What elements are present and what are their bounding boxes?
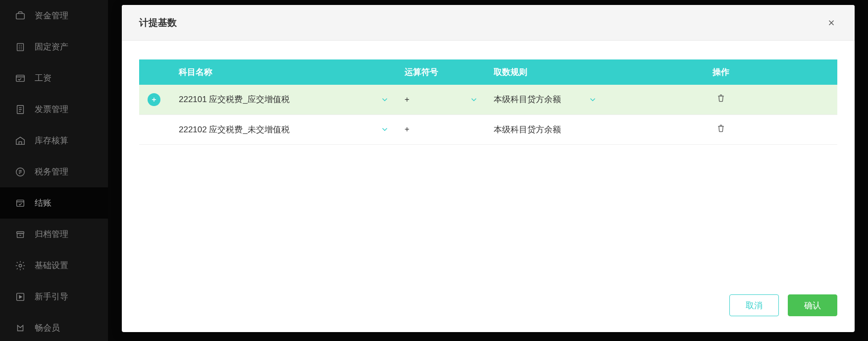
nav-funds-icon xyxy=(15,10,26,21)
nav-tax[interactable]: 税务管理 xyxy=(0,156,108,187)
nav-label: 工资 xyxy=(35,72,51,84)
svg-rect-0 xyxy=(16,13,25,19)
table-row: 222101 应交税费_应交增值税 + xyxy=(139,85,837,114)
svg-rect-5 xyxy=(17,200,24,206)
nav-guide[interactable]: 新手引导 xyxy=(0,281,108,312)
nav-fixed-assets[interactable]: 固定资产 xyxy=(0,31,108,62)
chevron-down-icon xyxy=(379,123,391,135)
nav-label: 基础设置 xyxy=(35,260,68,271)
basis-table: 科目名称 运算符号 取数规则 操作 222101 应交 xyxy=(139,59,837,145)
svg-rect-1 xyxy=(17,43,24,51)
subject-select[interactable]: 222102 应交税费_未交增值税 xyxy=(179,123,391,135)
rule-value: 本级科目贷方余额 xyxy=(494,94,561,105)
nav-salary[interactable]: 工资 xyxy=(0,62,108,94)
salary-icon xyxy=(15,73,26,84)
subject-value: 222102 应交税费_未交增值税 xyxy=(179,124,290,135)
tax-icon xyxy=(15,167,26,177)
table-row: 222102 应交税费_未交增值税 + xyxy=(139,114,837,144)
archive-icon xyxy=(15,229,26,240)
modal-footer: 取消 确认 xyxy=(122,284,855,332)
nav-label: 归档管理 xyxy=(35,228,68,240)
subject-value: 222101 应交税费_应交增值税 xyxy=(179,94,290,105)
nav-label: 库存核算 xyxy=(35,135,68,146)
subject-select[interactable]: 222101 应交税费_应交增值税 xyxy=(179,94,391,106)
rule-value: 本级科目贷方余额 xyxy=(494,124,561,135)
operator-value: + xyxy=(405,95,409,105)
rule-select[interactable]: 本级科目贷方余额 xyxy=(494,123,599,135)
inventory-icon xyxy=(15,135,26,146)
modal-body: 科目名称 运算符号 取数规则 操作 222101 应交 xyxy=(122,41,855,284)
nav-label: 资金管理 xyxy=(35,10,68,21)
confirm-button[interactable]: 确认 xyxy=(788,294,837,316)
operator-select[interactable]: + xyxy=(405,94,480,106)
nav-label: 固定资产 xyxy=(35,41,68,53)
svg-point-8 xyxy=(19,264,22,267)
play-icon xyxy=(15,291,26,302)
modal-header: 计提基数 xyxy=(122,5,855,41)
nav-vip[interactable]: 畅会员 xyxy=(0,312,108,341)
building-icon xyxy=(15,42,26,53)
nav-label: 结账 xyxy=(35,197,51,209)
invoice-icon xyxy=(15,104,26,115)
add-row-icon[interactable] xyxy=(148,93,160,106)
gear-icon xyxy=(15,260,26,271)
sidebar: 资金管理 固定资产 工资 发票管理 库存核算 税务管理 结账 xyxy=(0,0,108,341)
close-icon[interactable] xyxy=(825,17,837,29)
col-action: 操作 xyxy=(605,59,837,85)
nav-settings[interactable]: 基础设置 xyxy=(0,250,108,281)
nav-label: 税务管理 xyxy=(35,166,68,177)
nav-invoice[interactable]: 发票管理 xyxy=(0,94,108,125)
modal-dialog: 计提基数 科目名称 运算符号 取数规则 操作 xyxy=(122,5,855,332)
nav-archive[interactable]: 归档管理 xyxy=(0,219,108,250)
nav-inventory[interactable]: 库存核算 xyxy=(0,125,108,156)
col-rule: 取数规则 xyxy=(486,59,605,85)
col-subject: 科目名称 xyxy=(169,59,397,85)
delete-row-icon[interactable] xyxy=(716,93,726,103)
nav-label: 新手引导 xyxy=(35,291,68,302)
closing-icon xyxy=(15,198,26,209)
svg-rect-2 xyxy=(16,75,25,81)
modal-title: 计提基数 xyxy=(139,16,177,29)
cancel-button[interactable]: 取消 xyxy=(729,294,779,316)
chevron-down-icon xyxy=(468,94,480,106)
col-operator: 运算符号 xyxy=(397,59,486,85)
rule-select[interactable]: 本级科目贷方余额 xyxy=(494,94,599,106)
nav-closing[interactable]: 结账 xyxy=(0,187,108,219)
nav-label: 畅会员 xyxy=(35,322,60,334)
chevron-down-icon xyxy=(587,94,599,106)
delete-row-icon[interactable] xyxy=(716,123,726,133)
col-add xyxy=(139,59,169,85)
operator-select[interactable]: + xyxy=(405,123,480,135)
vip-icon xyxy=(15,323,26,334)
nav-label: 发票管理 xyxy=(35,104,68,115)
nav-funds[interactable]: 资金管理 xyxy=(0,0,108,31)
chevron-down-icon xyxy=(379,94,391,106)
operator-value: + xyxy=(405,124,409,134)
